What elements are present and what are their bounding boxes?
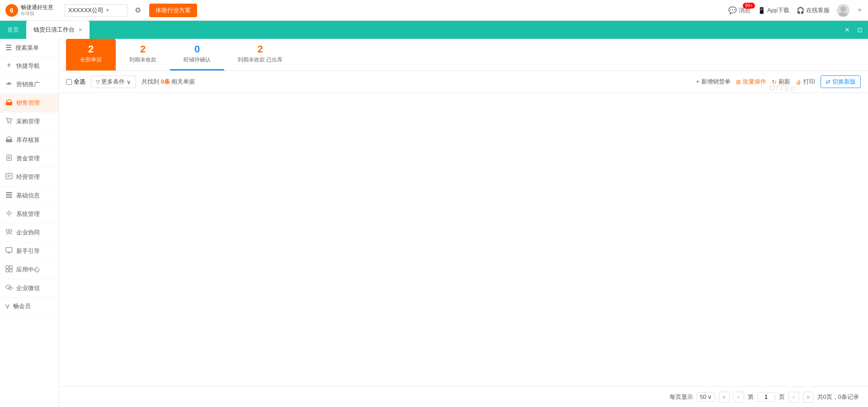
member-icon: V [5, 303, 9, 310]
message-badge: 99+ [743, 3, 755, 9]
sidebar-item-wechat[interactable]: 企业微信 [0, 279, 58, 298]
svg-rect-15 [6, 196, 12, 198]
lightning-icon [5, 61, 13, 70]
tab-home[interactable]: 首页 [0, 21, 26, 39]
inventory-icon [5, 136, 13, 145]
main-layout: ☰ 搜索菜单 快捷导航 营销推广 销售管理 采购管理 [0, 39, 868, 407]
last-page-button[interactable]: » [803, 392, 814, 402]
tab-work-bench[interactable]: 钱货日清工作台 ✕ [26, 21, 90, 39]
basic-info-icon [5, 191, 13, 200]
stat-tab-overdue[interactable]: 2 到期未收款 [116, 39, 170, 70]
chevron-down-icon: ▼ [105, 8, 110, 13]
pagination: 每页显示 50 ∨ « ‹ 第 页 › » 共0页，0条记录 [59, 386, 868, 407]
sidebar-item-app-center[interactable]: 应用中心 [0, 261, 58, 279]
page-input[interactable] [757, 392, 775, 402]
stat-tab-wangpu[interactable]: 0 旺铺待确认 [170, 39, 224, 70]
print-button[interactable]: 🖨 打印 [796, 78, 815, 86]
svg-marker-2 [7, 62, 11, 68]
svg-point-16 [8, 212, 10, 215]
svg-point-5 [8, 122, 9, 124]
svg-rect-14 [6, 194, 12, 196]
marketing-icon [5, 80, 13, 89]
experience-button[interactable]: 体验行业方案 [149, 4, 197, 17]
nav-tabs: 首页 钱货日清工作台 ✕ ✕ ⊡ [0, 21, 868, 39]
sidebar: ☰ 搜索菜单 快捷导航 营销推广 销售管理 采购管理 [0, 39, 59, 407]
cooperation-icon [5, 228, 13, 237]
prev-page-button[interactable]: ‹ [733, 392, 744, 402]
maximize-icon[interactable]: ⊡ [855, 24, 864, 35]
close-window-icon[interactable]: ✕ [843, 24, 852, 35]
next-page-button[interactable]: › [788, 392, 799, 402]
sidebar-item-sales[interactable]: 销售管理 [0, 94, 58, 112]
system-icon [5, 210, 13, 219]
page-size-select[interactable]: 50 ∨ [697, 392, 715, 402]
first-page-button[interactable]: « [719, 392, 730, 402]
toolbar-right: + 新增销货单 ⊞ 批量操作 ↻ 刷新 🖨 打印 ⇄ 切换新版 [696, 75, 861, 88]
svg-rect-23 [9, 266, 12, 268]
svg-rect-22 [6, 266, 9, 268]
content-area: 2 全部单据 2 到期未收款 0 旺铺待确认 2 到期未收款 已出库 全选 [59, 39, 868, 407]
sidebar-item-purchase[interactable]: 采购管理 [0, 112, 58, 131]
purchase-icon [5, 117, 13, 126]
svg-rect-19 [6, 248, 12, 252]
stats-tabs: 2 全部单据 2 到期未收款 0 旺铺待确认 2 到期未收款 已出库 [59, 39, 868, 71]
toolbar: 全选 ▽ 更多条件 ∨ 共找到 0条 相关单据 + 新增销货单 ⊞ 批量操作 [59, 71, 868, 93]
sidebar-item-basic-info[interactable]: 基础信息 [0, 187, 58, 205]
topbar: 6 畅捷通好生意 标准版 XXXXXX公司 ▼ ⚙ 体验行业方案 💬 消息 99… [0, 0, 868, 21]
sidebar-item-finance[interactable]: 资金管理 [0, 150, 58, 168]
switch-icon: ⇄ [826, 79, 830, 85]
refresh-button[interactable]: ↻ 刷新 [772, 78, 790, 86]
svg-point-17 [6, 229, 9, 232]
sidebar-item-operation[interactable]: 经营管理 [0, 168, 58, 187]
sales-icon [5, 98, 13, 108]
svg-point-1 [839, 12, 848, 17]
sidebar-item-marketing[interactable]: 营销推广 [0, 75, 58, 94]
svg-rect-10 [6, 173, 12, 179]
finance-icon [5, 154, 13, 163]
user-name[interactable]: ▼ [857, 7, 863, 14]
logo-area: 6 畅捷通好生意 标准版 [5, 4, 64, 17]
svg-rect-8 [7, 155, 11, 160]
select-all-checkbox[interactable]: 全选 [66, 78, 85, 86]
guide-icon [5, 247, 13, 256]
more-filter-button[interactable]: ▽ 更多条件 ∨ [91, 75, 136, 88]
sidebar-item-inventory[interactable]: 库存核算 [0, 131, 58, 150]
sidebar-item-member[interactable]: V 畅会员 [0, 298, 58, 315]
sidebar-item-guide[interactable]: 新手引导 [0, 242, 58, 261]
svg-rect-4 [6, 102, 12, 105]
stat-tab-overdue-shipped[interactable]: 2 到期未收款 已出库 [224, 39, 296, 70]
add-sale-btn[interactable]: + 新增销货单 [696, 78, 731, 86]
svg-rect-24 [6, 269, 9, 272]
search-icon: ☰ [5, 43, 12, 52]
found-text: 共找到 0条 相关单据 [142, 78, 195, 86]
sidebar-item-quick-nav[interactable]: 快捷导航 [0, 57, 58, 75]
online-service-button[interactable]: 🎧 在线客服 [797, 6, 830, 14]
close-tab-icon[interactable]: ✕ [78, 27, 82, 33]
stat-tab-all[interactable]: 2 全部单据 [66, 39, 116, 70]
checkbox-input[interactable] [66, 79, 72, 85]
sidebar-item-cooperation[interactable]: 企业协同 [0, 224, 58, 242]
svg-rect-3 [10, 83, 12, 84]
batch-op-button[interactable]: ⊞ 批量操作 [736, 78, 766, 86]
chevron-down-icon: ∨ [708, 393, 712, 400]
switch-new-version-button[interactable]: ⇄ 切换新版 [821, 75, 861, 88]
svg-rect-7 [6, 139, 12, 142]
svg-point-0 [840, 6, 846, 12]
nav-tabs-actions: ✕ ⊡ [843, 24, 868, 35]
svg-point-9 [8, 157, 10, 159]
svg-point-6 [10, 122, 11, 124]
wechat-icon [5, 284, 13, 293]
logo-text: 畅捷通好生意 标准版 [21, 4, 53, 16]
sidebar-item-system[interactable]: 系统管理 [0, 205, 58, 224]
message-button[interactable]: 💬 消息 99+ [728, 6, 750, 14]
table-area [59, 93, 868, 386]
app-center-icon [5, 265, 13, 274]
sidebar-item-search-menu[interactable]: ☰ 搜索菜单 [0, 39, 58, 57]
settings-icon-button[interactable]: ⚙ [131, 4, 145, 17]
topbar-right: 💬 消息 99+ 📱 App下载 🎧 在线客服 ▼ [728, 4, 863, 17]
svg-rect-25 [9, 269, 12, 272]
company-selector[interactable]: XXXXXX公司 ▼ [64, 4, 127, 17]
avatar[interactable] [837, 4, 849, 17]
svg-rect-13 [6, 192, 12, 193]
app-download-button[interactable]: 📱 App下载 [758, 6, 789, 14]
